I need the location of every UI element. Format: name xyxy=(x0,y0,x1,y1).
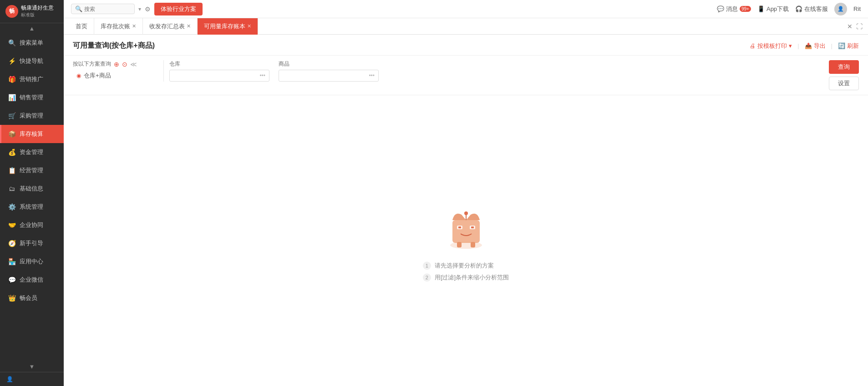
tab-batch-account[interactable]: 库存批次账 ✕ xyxy=(94,18,143,35)
tab-close-available[interactable]: ✕ xyxy=(247,23,251,29)
member-icon: 👑 xyxy=(8,294,16,302)
page-title: 可用量查询(按仓库+商品) xyxy=(73,41,155,51)
gear-icon[interactable]: ⚙ xyxy=(145,5,151,13)
warehouse-label: 仓库 xyxy=(169,60,269,68)
filter-actions: 查询 设置 xyxy=(829,60,859,90)
empty-state: 1 请先选择要分析的方案 2 用[过滤]条件来缩小分析范围 xyxy=(64,95,868,386)
tab-home[interactable]: 首页 xyxy=(69,18,94,35)
sidebar-scroll-down[interactable]: ▼ xyxy=(0,361,64,372)
svg-rect-1 xyxy=(452,220,480,243)
tab-close-batch[interactable]: ✕ xyxy=(132,23,136,29)
filter-scheme-label: 按以下方案查询 ⊕ ⊙ ≪ xyxy=(73,60,158,68)
filter-setting-button[interactable]: ⊙ xyxy=(122,61,127,68)
topbar-search-box[interactable]: 🔍 xyxy=(71,4,135,14)
trial-button[interactable]: 体验行业方案 xyxy=(154,3,203,15)
tab-close-receive[interactable]: ✕ xyxy=(187,23,191,29)
sidebar-item-search[interactable]: 🔍 搜索菜单 xyxy=(0,34,64,52)
content-area: 可用量查询(按仓库+商品) 🖨 按模板打印 ▾ | 📤 导出 | 🔄 刷新 xyxy=(64,35,868,386)
svg-rect-4 xyxy=(458,226,461,228)
enterprise-icon: 🤝 xyxy=(8,221,16,229)
filter-collapse-button[interactable]: ≪ xyxy=(130,61,137,68)
svg-rect-7 xyxy=(471,242,475,247)
warehouse-more-icon[interactable]: ••• xyxy=(259,72,265,79)
query-button[interactable]: 查询 xyxy=(829,60,859,74)
print-button[interactable]: 🖨 按模板打印 ▾ xyxy=(750,42,792,50)
sys-mgmt-icon: ⚙️ xyxy=(8,203,16,211)
app-center-icon: 🏪 xyxy=(8,258,16,265)
message-button[interactable]: 💬 消息 99+ xyxy=(717,5,751,13)
print-chevron-icon: ▾ xyxy=(789,42,792,49)
tab-available-stock[interactable]: 可用量库存账本 ✕ xyxy=(198,18,258,35)
sidebar-item-purchase[interactable]: 🛒 采购管理 xyxy=(0,107,64,125)
filter-scheme-item[interactable]: ◉ 仓库+商品 xyxy=(73,70,158,82)
svg-rect-6 xyxy=(457,242,462,247)
username-label: Rit xyxy=(853,5,861,12)
product-field-group: 商品 ••• xyxy=(279,60,379,82)
sidebar-item-operations[interactable]: 📋 经营管理 xyxy=(0,161,64,180)
sidebar-item-marketing[interactable]: 🎁 营销推广 xyxy=(0,70,64,88)
filter-scheme-panel: 按以下方案查询 ⊕ ⊙ ≪ ◉ 仓库+商品 xyxy=(73,60,164,82)
tabbar-close-icon[interactable]: ✕ xyxy=(847,23,853,30)
page-header-actions: 🖨 按模板打印 ▾ | 📤 导出 | 🔄 刷新 xyxy=(750,42,859,50)
sidebar-item-enterprise[interactable]: 🤝 企业协同 xyxy=(0,216,64,234)
empty-svg xyxy=(441,202,491,252)
settings-button[interactable]: 设置 xyxy=(829,77,859,90)
print-icon: 🖨 xyxy=(750,42,756,49)
refresh-icon: 🔄 xyxy=(838,42,845,49)
svg-point-9 xyxy=(464,211,468,215)
sidebar-item-app-center[interactable]: 🏪 应用中心 xyxy=(0,252,64,271)
sales-icon: 📊 xyxy=(8,94,16,101)
sidebar-item-sys-mgmt[interactable]: ⚙️ 系统管理 xyxy=(0,198,64,216)
search-nav-icon: 🔍 xyxy=(8,39,16,46)
empty-tip-1: 1 请先选择要分析的方案 xyxy=(423,262,509,270)
sidebar-item-member[interactable]: 👑 畅会员 xyxy=(0,289,64,307)
sidebar-bottom: 👤 xyxy=(0,372,64,386)
search-icon: 🔍 xyxy=(75,5,82,12)
inventory-icon: 📦 xyxy=(8,130,16,138)
empty-tips: 1 请先选择要分析的方案 2 用[过滤]条件来缩小分析范围 xyxy=(423,262,509,282)
marketing-icon: 🎁 xyxy=(8,76,16,83)
sidebar-subtitle: 标准版 xyxy=(21,12,54,18)
filter-item-icon: ◉ xyxy=(76,72,81,79)
basic-info-icon: 🗂 xyxy=(8,185,16,192)
operations-icon: 📋 xyxy=(8,167,16,174)
online-service-button[interactable]: 🎧 在线客服 xyxy=(795,5,828,13)
app-icon: 📱 xyxy=(757,5,765,12)
sidebar-scroll-up[interactable]: ▲ xyxy=(0,23,64,34)
tip-num-2: 2 xyxy=(423,273,431,282)
tab-receive-summary[interactable]: 收发存汇总表 ✕ xyxy=(143,18,198,35)
sidebar-nav: 🔍 搜索菜单 ⚡ 快捷导航 🎁 营销推广 📊 销售管理 🛒 采购管理 📦 库存核… xyxy=(0,34,64,361)
sidebar-item-basic-info[interactable]: 🗂 基础信息 xyxy=(0,180,64,198)
sidebar-item-shortcut[interactable]: ⚡ 快捷导航 xyxy=(0,52,64,70)
filter-area: 按以下方案查询 ⊕ ⊙ ≪ ◉ 仓库+商品 仓库 ••• xyxy=(64,56,868,95)
onboarding-icon: 🧭 xyxy=(8,240,16,247)
sidebar-item-onboarding[interactable]: 🧭 新手引导 xyxy=(0,234,64,252)
empty-illustration xyxy=(439,200,493,254)
product-more-icon[interactable]: ••• xyxy=(369,72,375,79)
refresh-button[interactable]: 🔄 刷新 xyxy=(838,42,859,50)
avatar[interactable]: 👤 xyxy=(834,3,847,15)
shortcut-icon: ⚡ xyxy=(8,57,16,65)
weixin-icon: 💬 xyxy=(8,276,16,283)
filter-fields: 仓库 ••• 商品 ••• xyxy=(169,60,822,82)
warehouse-field-group: 仓库 ••• xyxy=(169,60,269,82)
search-input[interactable] xyxy=(84,6,125,12)
sidebar-item-weixin[interactable]: 💬 企业微信 xyxy=(0,271,64,289)
product-label: 商品 xyxy=(279,60,379,68)
export-button[interactable]: 📤 导出 xyxy=(805,42,826,50)
tabbar-expand-icon[interactable]: ⛶ xyxy=(856,23,863,30)
warehouse-input[interactable]: ••• xyxy=(169,70,269,82)
sidebar-item-sales[interactable]: 📊 销售管理 xyxy=(0,88,64,107)
filter-add-button[interactable]: ⊕ xyxy=(114,61,119,68)
message-badge: 99+ xyxy=(740,6,751,12)
app-download-button[interactable]: 📱 App下载 xyxy=(757,5,789,13)
chevron-down-icon[interactable]: ▾ xyxy=(138,6,141,12)
sidebar: 畅 畅康通好生意 标准版 ▲ 🔍 搜索菜单 ⚡ 快捷导航 🎁 营销推广 📊 销售… xyxy=(0,0,64,386)
topbar-right: 💬 消息 99+ 📱 App下载 🎧 在线客服 👤 Rit xyxy=(717,3,861,15)
empty-tip-2: 2 用[过滤]条件来缩小分析范围 xyxy=(423,273,509,282)
tabbar-right-controls: ✕ ⛶ xyxy=(847,23,863,30)
avatar-placeholder: 👤 xyxy=(838,6,844,12)
sidebar-item-finance[interactable]: 💰 资金管理 xyxy=(0,143,64,161)
product-input[interactable]: ••• xyxy=(279,70,379,82)
sidebar-item-inventory[interactable]: 📦 库存核算 xyxy=(0,125,64,143)
